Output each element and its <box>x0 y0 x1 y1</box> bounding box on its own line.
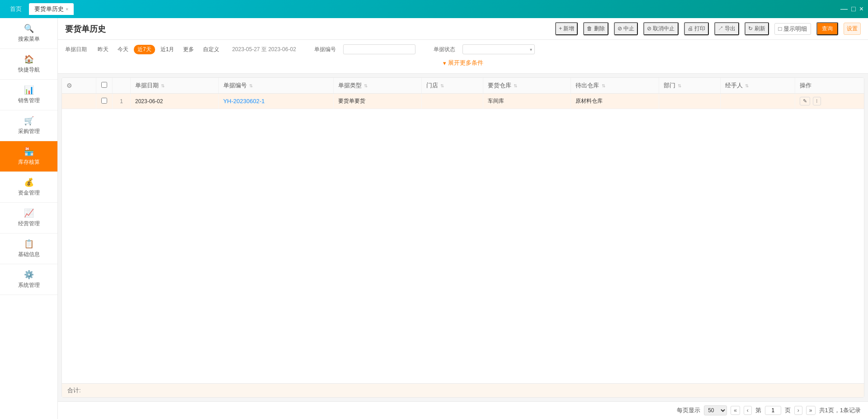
main-layout: 🔍 搜索菜单 🏠 快捷导航 📊 销售管理 🛒 采购管理 🏪 库存核算 💰 资金管… <box>0 18 868 419</box>
sidebar-item-shortcut[interactable]: 🏠 快捷导航 <box>0 49 57 80</box>
sort-icon[interactable]: ⇅ <box>249 83 253 88</box>
sidebar-item-label: 资金管理 <box>18 189 40 197</box>
row-actions: ✎ ⁝ <box>795 94 864 109</box>
doc-no-input[interactable] <box>343 44 415 54</box>
top-bar: 首页 要货单历史 × — □ × <box>0 0 868 18</box>
row-settings-cell <box>62 94 96 109</box>
sidebar-item-search[interactable]: 🔍 搜索菜单 <box>0 18 57 49</box>
date-filter-label: 单据日期 <box>65 46 87 53</box>
date-opt-7days[interactable]: 近7天 <box>134 45 155 54</box>
display-cell-button[interactable]: □ 显示明细 <box>774 23 811 35</box>
sidebar-item-label: 采购管理 <box>18 128 40 135</box>
sort-icon[interactable]: ⇅ <box>364 83 368 88</box>
col-handler: 经手人 ⇅ <box>720 78 795 94</box>
row-checkbox[interactable] <box>101 98 107 104</box>
tab-active[interactable]: 要货单历史 × <box>29 3 74 15</box>
query-button[interactable]: 查询 <box>816 22 838 35</box>
sort-icon[interactable]: ⇅ <box>514 83 517 88</box>
page-label: 第 <box>755 406 761 414</box>
expand-more-button[interactable]: ▾ 展开更多条件 <box>65 57 861 69</box>
col-doc-no: 单据编号 ⇅ <box>218 78 333 94</box>
minimize-button[interactable]: — <box>840 5 848 13</box>
row-store <box>421 94 483 109</box>
page-number-input[interactable] <box>765 406 781 415</box>
sidebar-item-sales[interactable]: 📊 销售管理 <box>0 80 57 110</box>
row-handler <box>720 94 795 109</box>
next-page-button[interactable]: › <box>794 406 802 415</box>
first-page-button[interactable]: « <box>731 406 740 415</box>
row-checkbox-cell <box>96 94 113 109</box>
col-doc-type: 单据类型 ⇅ <box>333 78 421 94</box>
last-page-button[interactable]: » <box>806 406 816 415</box>
sidebar-item-operations[interactable]: 📈 经营管理 <box>0 203 57 233</box>
search-icon: 🔍 <box>24 24 34 33</box>
row-req-warehouse: 车间库 <box>483 94 571 109</box>
print-button[interactable]: 🖨 打印 <box>684 22 709 35</box>
sort-icon[interactable]: ⇅ <box>602 83 605 88</box>
col-doc-date: 单据日期 ⇅ <box>131 78 219 94</box>
doc-no-label: 单据编号 <box>314 46 336 53</box>
tab-close-icon[interactable]: × <box>66 6 68 12</box>
date-range-display: 2023-05-27 至 2023-06-02 <box>232 46 296 53</box>
settings-button[interactable]: 设置 <box>844 23 861 35</box>
table-area: ⚙ 单据日期 ⇅ 单据编号 <box>61 77 864 398</box>
table-header-row: ⚙ 单据日期 ⇅ 单据编号 <box>62 78 864 94</box>
sidebar-item-inventory[interactable]: 🏪 库存核算 <box>0 141 57 172</box>
col-no <box>113 78 131 94</box>
delete-button[interactable]: 🗑 删除 <box>583 22 608 35</box>
page-size-select[interactable]: 50 100 <box>704 405 727 415</box>
table-row: 1 2023-06-02 YH-20230602-1 要货单要货 车间库 原材料… <box>62 94 864 109</box>
date-opt-custom[interactable]: 自定义 <box>199 45 223 54</box>
new-button[interactable]: + 新增 <box>555 22 578 35</box>
maximize-button[interactable]: □ <box>851 5 856 13</box>
data-table: ⚙ 单据日期 ⇅ 单据编号 <box>62 78 864 109</box>
row-delete-button[interactable]: ⁝ <box>813 97 821 105</box>
date-opt-today[interactable]: 今天 <box>114 45 132 54</box>
export-button[interactable]: ↗ 导出 <box>714 22 739 35</box>
row-doc-no: YH-20230602-1 <box>218 94 333 109</box>
chart-icon: 📊 <box>24 85 34 95</box>
sidebar-item-finance[interactable]: 💰 资金管理 <box>0 172 57 203</box>
close-button[interactable]: × <box>859 5 863 13</box>
prev-page-button[interactable]: ‹ <box>744 406 752 415</box>
money-icon: 💰 <box>24 177 34 187</box>
col-dept: 部门 ⇅ <box>659 78 720 94</box>
sort-icon[interactable]: ⇅ <box>678 83 681 88</box>
tab-home[interactable]: 首页 <box>5 3 27 15</box>
page-unit: 页 <box>785 406 791 414</box>
row-edit-button[interactable]: ✎ <box>800 97 810 105</box>
refresh-button[interactable]: ↻ 刷新 <box>745 22 769 35</box>
content-area: 要货单历史 + 新增 🗑 删除 ⊘ 中止 ⊘ 取消中止 🖨 打印 ↗ 导出 ↻ … <box>58 18 868 419</box>
col-checkbox <box>96 78 113 94</box>
doc-no-link[interactable]: YH-20230602-1 <box>223 98 265 105</box>
row-dept <box>659 94 720 109</box>
sidebar: 🔍 搜索菜单 🏠 快捷导航 📊 销售管理 🛒 采购管理 🏪 库存核算 💰 资金管… <box>0 18 58 419</box>
doc-icon: 📋 <box>24 239 34 249</box>
date-opt-1month[interactable]: 近1月 <box>157 45 178 54</box>
gear-icon: ⚙️ <box>24 270 34 280</box>
tab-bar: 首页 要货单历史 × <box>5 3 840 15</box>
sort-icon[interactable]: ⇅ <box>440 83 444 88</box>
sidebar-item-purchase[interactable]: 🛒 采购管理 <box>0 110 57 141</box>
filter-area: 单据日期 昨天 今天 近7天 近1月 更多 自定义 2023-05-27 至 2… <box>58 40 868 74</box>
page-title: 要货单历史 <box>65 24 106 34</box>
status-select[interactable] <box>462 44 535 54</box>
store-icon: 🏪 <box>24 147 34 157</box>
cart-icon: 🛒 <box>24 116 34 126</box>
sort-icon[interactable]: ⇅ <box>161 83 165 88</box>
cancel-stop-button[interactable]: ⊘ 取消中止 <box>643 22 678 35</box>
sidebar-item-basic[interactable]: 📋 基础信息 <box>0 233 57 264</box>
stop-button[interactable]: ⊘ 中止 <box>614 22 638 35</box>
window-controls: — □ × <box>840 5 863 13</box>
sort-icon[interactable]: ⇅ <box>745 83 749 88</box>
col-store: 门店 ⇅ <box>421 78 483 94</box>
sidebar-item-label: 系统管理 <box>18 281 40 289</box>
select-all-checkbox[interactable] <box>101 82 107 88</box>
table-footer-summary: 合计: <box>62 383 864 397</box>
date-opt-yesterday[interactable]: 昨天 <box>94 45 112 54</box>
toolbar: + 新增 🗑 删除 ⊘ 中止 ⊘ 取消中止 🖨 打印 ↗ 导出 ↻ 刷新 □ 显… <box>555 22 861 35</box>
per-page-label: 每页显示 <box>677 406 700 414</box>
col-settings-icon[interactable]: ⚙ <box>66 82 72 89</box>
date-opt-more[interactable]: 更多 <box>179 45 198 54</box>
sidebar-item-system[interactable]: ⚙️ 系统管理 <box>0 264 57 295</box>
